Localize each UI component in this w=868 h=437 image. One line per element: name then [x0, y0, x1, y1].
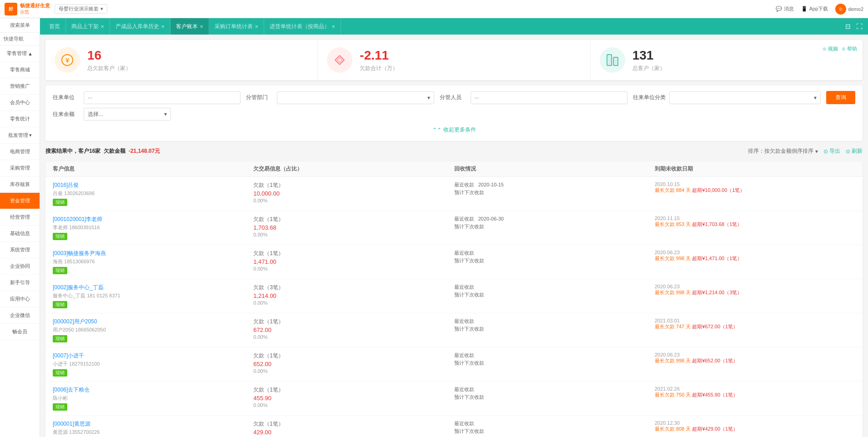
sidebar-item-enterprise[interactable]: 企业协同 [0, 258, 40, 275]
collection-next: 预计下次收款 [454, 326, 655, 332]
customer-name-link[interactable]: [0016]吕俊 [53, 181, 253, 189]
sidebar-item-system[interactable]: 系统管理 [0, 242, 40, 258]
export-btn[interactable]: ⊙ 导出 [823, 147, 840, 155]
chevron-up-icon: ⌃⌃ [432, 127, 442, 133]
customer-name-link[interactable]: [000001]黄思源 [53, 420, 253, 428]
sidebar-item-member[interactable]: 会员中心 [0, 95, 40, 111]
app-download-btn[interactable]: 📱 App下载 [801, 5, 828, 12]
balance-select[interactable]: 选择... ▾ [84, 108, 171, 121]
search-button[interactable]: 查询 [826, 91, 855, 104]
table-row: [0003]畅捷服务尹海燕 海燕 18513066976 现销 欠款（1笔） 1… [45, 245, 863, 279]
debt-cell: 欠款（3笔） 1,214.00 0.00% [253, 284, 454, 306]
refresh-btn[interactable]: ⊙ 刷新 [846, 147, 863, 155]
svg-rect-4 [607, 55, 612, 65]
customer-cell: [0016]吕俊 吕俊 13026203696 现销 [53, 181, 253, 206]
collection-next: 预计下次收款 [454, 428, 655, 435]
source-unit-input[interactable]: ··· [84, 91, 241, 104]
customer-sub: 小进千 18279152100 [53, 361, 253, 367]
sidebar-item-batch-mgmt[interactable]: 批发管理 ▾ [0, 127, 40, 144]
sidebar-item-marketing[interactable]: 营销推广 [0, 78, 40, 95]
app-name: 畅捷通好生意 [20, 2, 50, 9]
tab-production-history[interactable]: 产成品入库单历史 ✕ [110, 18, 171, 35]
stat-card-debt-amount: -2.11 欠款合计（万） [318, 40, 590, 80]
sidebar-item-finance[interactable]: 资金管理 [0, 193, 40, 209]
customer-tag: 现销 [53, 199, 67, 206]
tab-product-shelf-close[interactable]: ✕ [100, 24, 104, 29]
collection-cell: 最近收款 2020-10-15 预计下次收款 [454, 181, 655, 196]
manager-input[interactable]: ··· [471, 91, 627, 104]
debt-customers-number: 16 [87, 48, 131, 63]
customer-name-link[interactable]: [0003]畅捷服务尹海燕 [53, 250, 253, 257]
sidebar-item-basic-info[interactable]: 基础信息 [0, 226, 40, 242]
debt-amount: 429.00 [253, 429, 454, 436]
filter-balance: 往来余额 选择... ▾ [53, 108, 171, 121]
tab-customer-close[interactable]: ✕ [200, 24, 203, 29]
th-debt: 欠交易信息（占比） [253, 165, 454, 173]
sidebar-item-app-center[interactable]: 应用中心 [0, 291, 40, 307]
sidebar-item-newbie[interactable]: 新手引导 [0, 275, 40, 291]
video-btn[interactable]: ⊙ 视频 [823, 45, 838, 52]
collapse-btn[interactable]: ⌃⌃ 收起更多条件 [53, 124, 855, 136]
customer-name-link[interactable]: [0001020001]李老师 [53, 216, 253, 223]
store-selector[interactable]: 母婴行业演示账套 ▾ [55, 4, 107, 14]
debt-percent: 0.00% [253, 198, 454, 203]
user-menu[interactable]: D demo2 [835, 4, 863, 15]
search-menu[interactable]: 搜索菜单 [0, 18, 40, 33]
tab-home[interactable]: 首页 [44, 18, 66, 35]
overdue-date: 2020.06.23 [655, 284, 855, 289]
tab-restore-btn[interactable]: ⊡ [843, 23, 853, 30]
customer-tag: 现销 [53, 233, 67, 240]
tab-customer-account[interactable]: 客户账本 ✕ [171, 18, 209, 35]
collection-next: 预计下次收款 [454, 394, 655, 401]
tab-import-stats-close[interactable]: ✕ [331, 24, 335, 29]
total-customers-info: 131 总客户（家） [632, 48, 665, 72]
debt-amount-label: 欠款合计（万） [360, 65, 398, 72]
debt-count: 欠款（1笔） [253, 250, 454, 257]
message-btn[interactable]: 💬 消息 [776, 5, 794, 12]
collection-cell: 最近收款 预计下次收款 [454, 386, 655, 401]
customer-name-link[interactable]: [0006]去下粮仓 [53, 386, 253, 394]
customer-cell: [0002]服务中心_丁磊 服务中心_丁磊 181 0125 8371 现销 [53, 284, 253, 308]
sidebar-item-retail-mgmt[interactable]: 零售管理 ▲ [0, 45, 40, 62]
debt-customers-info: 16 总欠款客户（家） [87, 48, 131, 72]
sidebar-item-inventory[interactable]: 库存核算 [0, 176, 40, 193]
logo-icon: 好 [5, 3, 17, 15]
tab-import-stats[interactable]: 进货单统计表（按商品） ✕ [264, 18, 341, 35]
unit-category-select[interactable]: ▾ [669, 91, 821, 104]
sidebar-item-corp-wechat[interactable]: 企业微信 [0, 307, 40, 324]
customer-sub: 李老师 18600391516 [53, 224, 253, 231]
sidebar-item-vip-member[interactable]: 畅会员 [0, 324, 40, 340]
overdue-cell: 2021.03.01 最长欠款 747 天 超期¥672.00（1笔） [655, 318, 855, 330]
customer-sub: 用户2050 18665062050 [53, 326, 253, 333]
collection-cell: 最近收款 预计下次收款 [454, 352, 655, 367]
debt-customers-label: 总欠款客户（家） [87, 65, 131, 72]
tab-home-label: 首页 [49, 23, 60, 30]
filter-row-1: 往来单位 ··· 分管部门 ▾ 分管人员 [53, 91, 855, 104]
customer-name-link[interactable]: [0002]服务中心_丁磊 [53, 284, 253, 291]
customer-cell: [0007]小进千 小进千 18279152100 现销 [53, 352, 253, 377]
sort-label: 排序：按欠款金额倒序排序 [748, 147, 813, 155]
help-btn[interactable]: ⊙ 帮助 [842, 45, 857, 52]
sidebar-item-retail-stats[interactable]: 零售统计 [0, 111, 40, 127]
quick-nav[interactable]: 快捷导航 [0, 33, 40, 45]
overdue-days: 最长欠款 808 天 超期¥429.00（1笔） [655, 426, 855, 432]
tab-purchase-order-close[interactable]: ✕ [255, 24, 258, 29]
logo-area: 好 畅捷通好生意 示范 [5, 2, 50, 15]
tab-product-shelf[interactable]: 商品上下架 ✕ [66, 18, 110, 35]
customer-tag: 现销 [53, 369, 67, 377]
sidebar-item-ecommerce[interactable]: 电商管理 [0, 144, 40, 160]
debt-amount-info: -2.11 欠款合计（万） [360, 48, 398, 72]
customer-name-link[interactable]: [0007]小进千 [53, 352, 253, 360]
sidebar-item-purchase[interactable]: 采购管理 [0, 160, 40, 176]
customer-name-link[interactable]: [000002]用户2050 [53, 318, 253, 326]
tab-production-close[interactable]: ✕ [161, 24, 165, 29]
sidebar-item-retail-mall[interactable]: 零售商城 [0, 62, 40, 78]
tab-expand-btn[interactable]: ⛶ [854, 23, 864, 30]
sidebar-item-business[interactable]: 经营管理 [0, 209, 40, 226]
main-area: 首页 商品上下架 ✕ 产成品入库单历史 ✕ 客户账本 ✕ 采购订单统计表 ✕ 进… [40, 18, 868, 437]
overdue-days: 最长欠款 998 天 超期¥1,471.00（1笔） [655, 255, 855, 262]
sort-select[interactable]: 排序：按欠款金额倒序排序 ▾ [748, 147, 818, 155]
dept-select[interactable]: ▾ [277, 91, 434, 104]
table-row: [000001]黄思源 黄思源 13552700226 现销 欠款（1笔） 42… [45, 416, 863, 437]
tab-purchase-order[interactable]: 采购订单统计表 ✕ [209, 18, 264, 35]
